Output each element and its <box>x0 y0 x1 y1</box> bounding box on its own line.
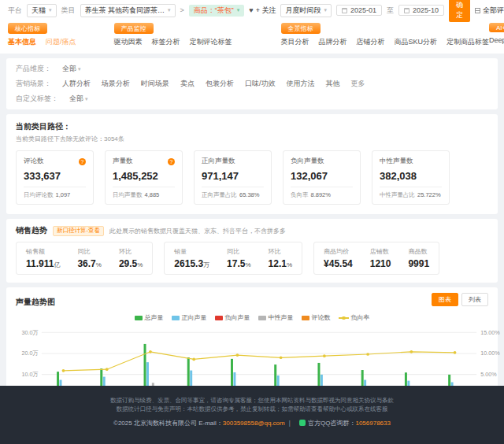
chart-view-button[interactable]: 图表 <box>432 293 458 306</box>
nav-tab-3-2[interactable]: 品牌分析 <box>319 37 347 47</box>
nav-tab-1-2[interactable]: 问题/痛点 <box>46 37 76 47</box>
nav-group-2: 产品监控驱动因素标签分析定制评论标签 <box>114 23 232 47</box>
line-point-负向率 <box>149 350 152 353</box>
stat-card-1: 评论数?333,637日均评论数1,097 <box>16 150 94 205</box>
line-point-负向率 <box>106 368 109 371</box>
filter-option-2-2[interactable]: 场景分析 <box>102 79 130 89</box>
platform-label: 平台 <box>8 6 22 16</box>
date-to-input[interactable]: 2025-10 <box>398 5 444 16</box>
stat-card-subrow: 中性声量占比25.722% <box>380 191 442 199</box>
filter-value-wrap[interactable]: 全部 ▾ <box>69 94 87 104</box>
nav-group-items: 基本信息问题/痛点 <box>8 37 76 47</box>
qq-group-link[interactable]: 1056978633 <box>355 420 391 427</box>
follow-button[interactable]: ♥+ 关注 <box>249 6 276 16</box>
legend-line-swatch <box>339 316 349 320</box>
stat-card-2: 声量数?1,485,252日均声量数4,885 <box>105 150 183 205</box>
metric-value: 17.5% <box>227 258 250 269</box>
chart-view-toggle: 图表 列表 <box>432 293 488 306</box>
filter-row-value[interactable]: 全部 <box>62 65 76 72</box>
filter-more-link[interactable]: 更多 <box>351 79 365 89</box>
metric-value: ¥45.54 <box>324 258 353 269</box>
filter-option-2-8[interactable]: 其他 <box>326 79 340 89</box>
email-link[interactable]: 3003598558@qq.com <box>223 420 285 427</box>
metric-value: 1210 <box>370 258 391 269</box>
sales-trend-title: 销售趋势 <box>16 225 47 236</box>
divider <box>113 187 175 187</box>
stat-card-label-row: 正向声量数 <box>202 157 264 166</box>
page-footer: 数据订购与续费、发票、合同等事宜，请咨询专属客服；您使用本网站资料与数据即视为同… <box>0 386 504 444</box>
nav-tab-2-1[interactable]: 驱动因素 <box>114 37 143 47</box>
stat-card-label-row: 评论数? <box>24 157 86 166</box>
nav-tab-3-1[interactable]: 类目分析 <box>281 37 309 47</box>
list-view-button[interactable]: 列表 <box>461 293 488 306</box>
nav-tab-3-4[interactable]: 商品SKU分析 <box>395 37 438 47</box>
all-comments-link[interactable]: 全部评论 <box>475 6 504 16</box>
date-from-input[interactable]: 2025-01 <box>336 5 382 16</box>
nav-tab-3-3[interactable]: 店铺分析 <box>357 37 385 47</box>
sales-metric-1-2: 同比36.7% <box>77 247 101 269</box>
category-path-title: 当前类目路径： <box>16 121 488 132</box>
nav-tab-2-2[interactable]: 标签分析 <box>152 37 180 47</box>
stat-card-3: 正向声量数971,147正向声量占比65.38% <box>194 150 272 205</box>
line-point-负向率 <box>454 351 457 354</box>
category-select[interactable]: 养生茶 其他药食同源茶…▾ <box>80 4 176 17</box>
stat-sub-label: 正向声量占比 <box>202 191 237 198</box>
legend-item-4[interactable]: 中性声量 <box>258 313 294 322</box>
sales-metric-1-1: 销售额11.911亿 <box>26 247 60 269</box>
stat-card-label: 负向声量数 <box>291 157 324 166</box>
line-point-负向率 <box>192 358 195 361</box>
line-point-负向率 <box>62 369 65 372</box>
legend-item-3[interactable]: 负向声量 <box>215 313 250 322</box>
sales-metric-2-1: 销量2615.3万 <box>174 247 209 269</box>
filter-option-2-5[interactable]: 包装分析 <box>206 79 234 89</box>
filter-row-value[interactable]: 全部 <box>69 94 83 102</box>
legend-item-5[interactable]: 评论数 <box>302 313 331 322</box>
filter-option-2-3[interactable]: 时间场景 <box>141 79 169 89</box>
filter-option-2-7[interactable]: 使用方法 <box>287 79 315 89</box>
stat-card-subrow: 日均评论数1,097 <box>24 191 86 199</box>
nav-tab-4-1[interactable]: DeepSeek解读 <box>489 35 504 46</box>
platform-select[interactable]: 天猫▾ <box>27 4 57 17</box>
filter-value-wrap[interactable]: 全部 ▾ <box>62 64 80 74</box>
time-granularity-select[interactable]: 月度时间段▾ <box>280 4 332 17</box>
filter-option-2-4[interactable]: 卖点 <box>180 79 195 89</box>
confirm-button[interactable]: 确定 <box>449 0 470 22</box>
metric-label: 销售额 <box>26 247 60 256</box>
nav-tab-3-5[interactable]: 定制商品标签 <box>447 37 489 47</box>
filter-option-2-6[interactable]: 口味/功效 <box>245 79 276 89</box>
footer-notice-line2: 数据统计口径与免责声明：本站数据仅供参考，禁止复制转载；如需帮助请查看帮助中心或… <box>0 405 504 413</box>
legend-item-6[interactable]: 负向率 <box>339 313 370 322</box>
stat-card-value: 382,038 <box>380 170 442 182</box>
sales-cards-row: 销售额11.911亿同比36.7%环比29.5%销量2615.3万同比17.5%… <box>16 242 488 275</box>
chevron-down-icon: ▾ <box>237 7 240 13</box>
metric-label: 环比 <box>269 247 292 256</box>
legend-item-1[interactable]: 总声量 <box>135 313 164 322</box>
legend-item-2[interactable]: 正向声量 <box>172 313 207 322</box>
sales-caliber-tag[interactable]: 新口径计算-查看 <box>53 226 104 236</box>
nav-group-items: 类目分析品牌分析店铺分析商品SKU分析定制商品标签 <box>281 37 490 47</box>
nav-tab-1-1[interactable]: 基本信息 <box>8 37 36 47</box>
legend-swatch <box>215 316 223 320</box>
nav-tabs-row: 核心指标基本信息问题/痛点产品监控驱动因素标签分析定制评论标签全景指标类目分析品… <box>0 20 504 54</box>
line-point-负向率 <box>323 354 326 357</box>
product-keyword-chip[interactable]: 商品：“茶包”▾ <box>189 5 245 17</box>
stat-card-label: 声量数 <box>113 157 133 166</box>
nav-tab-2-3[interactable]: 定制评论标签 <box>190 37 232 47</box>
help-icon[interactable]: ? <box>168 158 175 165</box>
chevron-down-icon: ▾ <box>49 7 52 13</box>
metric-value: 29.5% <box>119 258 143 269</box>
email-label: E-mail： <box>198 420 223 427</box>
chevron-down-icon: ▾ <box>76 66 80 72</box>
to-label: 至 <box>387 6 394 16</box>
category-label: 类目 <box>61 6 76 16</box>
stat-sub-label: 日均评论数 <box>24 191 54 198</box>
stat-sub-label: 中性声量占比 <box>380 191 415 198</box>
legend-label: 负向声量 <box>225 313 250 322</box>
divider <box>380 187 442 187</box>
footer-copyright-line: ©2025 北京淘数科技有限公司 E-mail：3003598558@qq.co… <box>0 419 504 427</box>
sales-card-3: 商品均价¥45.54店铺数1210商品数9991 <box>313 242 439 275</box>
help-icon[interactable]: ? <box>79 158 86 165</box>
filter-option-2-1[interactable]: 人群分析 <box>62 79 91 89</box>
heart-icon: ♥ <box>249 6 253 14</box>
stat-sub-value: 1,097 <box>56 191 71 198</box>
